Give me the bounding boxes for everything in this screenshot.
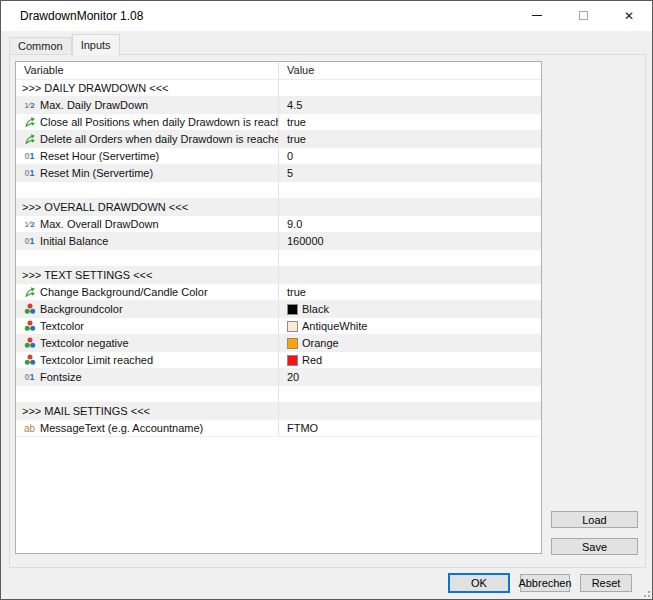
value-cell[interactable]: 5 (278, 165, 541, 181)
variable-cell: 01Reset Min (Servertime) (16, 165, 278, 181)
close-button[interactable]: ✕ (606, 1, 652, 30)
tab-inputs-label: Inputs (81, 39, 111, 51)
value-text: 4.5 (287, 99, 302, 111)
color-swatch (287, 338, 298, 349)
variable-cell: >>> TEXT SETTINGS <<< (16, 267, 278, 283)
color-type-icon (22, 303, 37, 315)
table-row[interactable]: Delete all Orders when daily Drawdown is… (16, 131, 541, 148)
variable-label: Initial Balance (40, 235, 109, 247)
table-row[interactable]: 01Reset Min (Servertime)5 (16, 165, 541, 182)
tab-inputs[interactable]: Inputs (72, 34, 120, 55)
load-button-label: Load (582, 514, 606, 526)
variable-cell (16, 182, 278, 198)
value-cell[interactable]: true (278, 284, 541, 300)
value-text: true (287, 116, 306, 128)
value-cell[interactable] (278, 267, 541, 283)
variable-label: Delete all Orders when daily Drawdown is… (40, 133, 278, 145)
table-row[interactable]: Change Background/Candle Colortrue (16, 284, 541, 301)
section-row[interactable]: >>> TEXT SETTINGS <<< (16, 267, 541, 284)
table-row[interactable]: Textcolor Limit reachedRed (16, 352, 541, 369)
empty-row[interactable] (16, 386, 541, 403)
double-type-icon: 1⁄2 (22, 219, 37, 229)
section-row[interactable]: >>> DAILY DRAWDOWN <<< (16, 80, 541, 97)
variable-label: Change Background/Candle Color (40, 286, 208, 298)
variable-label: >>> TEXT SETTINGS <<< (22, 269, 152, 281)
value-cell[interactable]: Orange (278, 335, 541, 351)
table-row[interactable]: TextcolorAntiqueWhite (16, 318, 541, 335)
variable-cell (16, 386, 278, 402)
load-button[interactable]: Load (551, 511, 638, 528)
variable-label: >>> DAILY DRAWDOWN <<< (22, 82, 169, 94)
variable-cell: 01Fontsize (16, 369, 278, 385)
variable-label: Textcolor negative (40, 337, 129, 349)
color-type-icon (22, 320, 37, 332)
ok-button[interactable]: OK (448, 573, 510, 593)
variable-label: Max. Overall DrawDown (40, 218, 159, 230)
table-row[interactable]: BackgroundcolorBlack (16, 301, 541, 318)
value-cell[interactable]: AntiqueWhite (278, 318, 541, 334)
empty-row[interactable] (16, 182, 541, 199)
value-text: 20 (287, 371, 299, 383)
value-cell[interactable] (278, 80, 541, 96)
variable-label: >>> MAIL SETTINGS <<< (22, 405, 150, 417)
value-cell[interactable]: 9.0 (278, 216, 541, 232)
empty-row[interactable] (16, 250, 541, 267)
color-type-icon (22, 354, 37, 366)
value-text: true (287, 286, 306, 298)
cancel-button[interactable]: Abbrechen (520, 574, 570, 592)
value-cell[interactable] (278, 182, 541, 198)
value-text: 160000 (287, 235, 324, 247)
integer-type-icon: 01 (22, 168, 37, 178)
table-row[interactable]: 1⁄2Max. Overall DrawDown9.0 (16, 216, 541, 233)
table-row[interactable]: Close all Positions when daily Drawdown … (16, 114, 541, 131)
value-text: 0 (287, 150, 293, 162)
value-cell[interactable]: 160000 (278, 233, 541, 249)
value-cell[interactable]: 4.5 (278, 97, 541, 113)
table-row[interactable]: 01Reset Hour (Servertime)0 (16, 148, 541, 165)
variable-cell: Change Background/Candle Color (16, 284, 278, 300)
table-header-row: Variable Value (16, 62, 541, 80)
inputs-tab-page: Variable Value >>> DAILY DRAWDOWN <<<1⁄2… (9, 54, 646, 568)
value-cell[interactable]: 0 (278, 148, 541, 164)
variable-label: Max. Daily DrawDown (40, 99, 148, 111)
reset-button-label: Reset (592, 577, 621, 589)
minimize-button[interactable] (514, 1, 560, 30)
variable-label: Textcolor Limit reached (40, 354, 153, 366)
value-cell[interactable] (278, 403, 541, 419)
title-bar: DrawdownMonitor 1.08 ✕ (1, 1, 652, 31)
variable-label: Textcolor (40, 320, 84, 332)
value-cell[interactable]: true (278, 114, 541, 130)
double-type-icon: 1⁄2 (22, 100, 37, 110)
value-cell[interactable]: Black (278, 301, 541, 317)
value-cell[interactable]: FTMO (278, 420, 541, 436)
variable-label: >>> OVERALL DRAWDOWN <<< (22, 201, 188, 213)
table-row[interactable]: 1⁄2Max. Daily DrawDown4.5 (16, 97, 541, 114)
table-row[interactable]: abMessageText (e.g. Accountname)FTMO (16, 420, 541, 437)
reset-button[interactable]: Reset (580, 574, 632, 592)
value-cell[interactable] (278, 386, 541, 402)
color-type-icon (22, 337, 37, 349)
section-row[interactable]: >>> MAIL SETTINGS <<< (16, 403, 541, 420)
integer-type-icon: 01 (22, 372, 37, 382)
color-swatch (287, 321, 298, 332)
variable-cell: abMessageText (e.g. Accountname) (16, 420, 278, 436)
resize-grip[interactable] (640, 587, 650, 597)
tab-common[interactable]: Common (9, 37, 72, 54)
table-row[interactable]: Textcolor negativeOrange (16, 335, 541, 352)
table-row[interactable]: 01Initial Balance160000 (16, 233, 541, 250)
boolean-type-icon (22, 286, 37, 298)
window-title: DrawdownMonitor 1.08 (20, 1, 143, 31)
value-cell[interactable]: Red (278, 352, 541, 368)
variable-cell: Textcolor (16, 318, 278, 334)
value-cell[interactable]: 20 (278, 369, 541, 385)
table-row[interactable]: 01Fontsize20 (16, 369, 541, 386)
value-text: 5 (287, 167, 293, 179)
value-cell[interactable] (278, 250, 541, 266)
section-row[interactable]: >>> OVERALL DRAWDOWN <<< (16, 199, 541, 216)
variable-cell: Close all Positions when daily Drawdown … (16, 114, 278, 130)
value-cell[interactable]: true (278, 131, 541, 147)
value-cell[interactable] (278, 199, 541, 215)
maximize-button[interactable] (560, 1, 606, 30)
variable-cell: 01Initial Balance (16, 233, 278, 249)
save-button[interactable]: Save (551, 538, 638, 555)
